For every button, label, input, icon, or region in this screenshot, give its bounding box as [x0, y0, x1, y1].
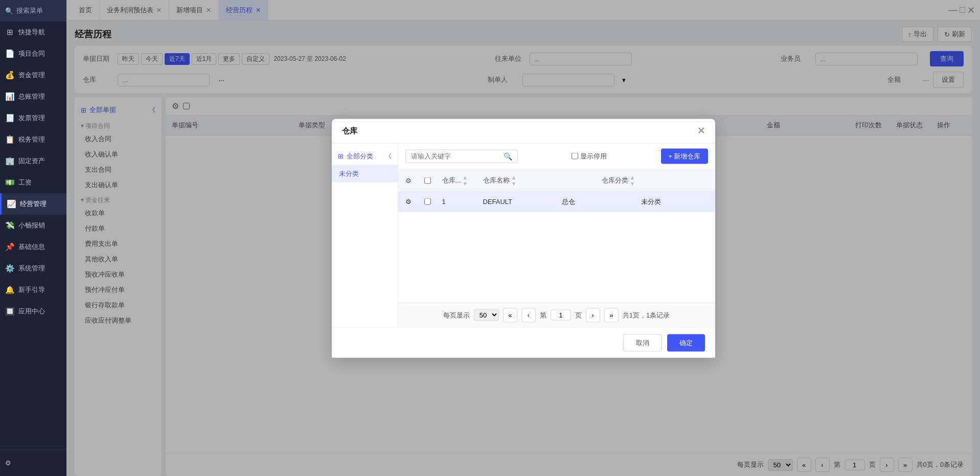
row-gear-icon: ⚙ [405, 198, 412, 206]
business-icon: 📈 [7, 199, 16, 209]
row-category-value: 未分类 [641, 197, 661, 206]
sidebar-item-label: 经营管理 [20, 199, 47, 209]
sidebar-item-label: 工资 [18, 178, 32, 187]
sort-icon-name: ▲▼ [511, 174, 517, 186]
warehouse-modal: 仓库 ✕ ⊞ 全部分类 《 未分类 [332, 119, 715, 357]
sidebar-item-business[interactable]: 📈 经营管理 [0, 193, 66, 215]
modal-page-label: 第 [540, 310, 546, 320]
sidebar-item-expense[interactable]: 💸 小畅报销 [0, 215, 66, 236]
sidebar-item-label: 总账管理 [18, 92, 45, 101]
modal-search-input[interactable] [411, 152, 500, 160]
modal-header: 仓库 ✕ [332, 119, 715, 143]
modal-row-category: 未分类 [636, 192, 715, 211]
sidebar-item-label: 项目合同 [18, 49, 45, 58]
sidebar-item-label: 系统管理 [18, 264, 45, 273]
modal-last-btn[interactable]: » [604, 308, 619, 322]
add-warehouse-button[interactable]: + 新增仓库 [661, 148, 708, 164]
modal-row-name: 总仓 [557, 192, 636, 211]
modal-search-box[interactable]: 🔍 [405, 149, 518, 163]
ledger-icon: 📊 [5, 92, 14, 101]
show-disabled-label[interactable]: 显示停用 [572, 151, 607, 161]
sidebar-settings[interactable]: ⚙ [0, 454, 66, 472]
modal-per-page-label: 每页显示 [443, 310, 470, 320]
row-id-value: 1 [442, 198, 446, 206]
search-icon: 🔍 [5, 7, 13, 15]
sidebar-search[interactable]: 🔍 搜索菜单 [0, 0, 66, 21]
sidebar-item-label: 快捷导航 [18, 28, 45, 37]
modal-body: ⊞ 全部分类 《 未分类 🔍 显 [332, 143, 715, 327]
modal-next-btn[interactable]: › [586, 308, 600, 322]
modal-page-input[interactable] [551, 310, 571, 321]
sidebar-item-label: 新手引导 [18, 285, 45, 294]
sidebar-item-label: 发票管理 [18, 114, 45, 123]
sidebar-item-basic[interactable]: 📌 基础信息 [0, 236, 66, 258]
modal-page-suffix: 页 [575, 310, 582, 320]
sidebar-item-label: 基础信息 [18, 242, 45, 252]
modal-footer: 取消 确定 [332, 327, 715, 357]
modal-total-info: 共1页，1条记录 [623, 310, 670, 320]
modal-row-id: 1 [437, 192, 478, 211]
sidebar-item-label: 应用中心 [18, 307, 45, 316]
modal-per-page-select[interactable]: 50 [474, 309, 499, 321]
confirm-button[interactable]: 确定 [667, 334, 705, 351]
show-disabled-text: 显示停用 [580, 151, 607, 161]
modal-first-btn[interactable]: « [503, 308, 517, 322]
sidebar-item-label: 固定资产 [18, 156, 45, 166]
modal-close-button[interactable]: ✕ [697, 126, 705, 135]
project-icon: 📄 [5, 49, 14, 58]
modal-col-name-label: 仓库名称 [483, 176, 510, 185]
fund-icon: 💰 [5, 71, 14, 80]
sidebar-item-label: 资金管理 [18, 71, 45, 80]
sidebar-item-guide[interactable]: 🔔 新手引导 [0, 279, 66, 301]
modal-row-check[interactable] [419, 192, 437, 211]
sidebar-item-project[interactable]: 📄 项目合同 [0, 43, 66, 64]
sidebar-item-ledger[interactable]: 📊 总账管理 [0, 86, 66, 107]
modal-main: 🔍 显示停用 + 新增仓库 ⚙ [398, 143, 715, 327]
tax-icon: 📋 [5, 135, 14, 144]
modal-sidebar-uncategorized[interactable]: 未分类 [332, 165, 398, 182]
modal-select-all[interactable] [424, 177, 431, 184]
modal-uncategorized-label: 未分类 [339, 169, 359, 177]
basic-icon: 📌 [5, 242, 14, 252]
modal-title: 仓库 [342, 126, 357, 135]
sidebar-bottom: ⚙ [0, 449, 66, 476]
invoice-icon: 🧾 [5, 114, 14, 123]
sidebar-item-salary[interactable]: 💵 工资 [0, 172, 66, 193]
modal-search-icon: 🔍 [504, 152, 512, 160]
modal-collapse-icon[interactable]: 《 [385, 151, 392, 161]
modal-sidebar: ⊞ 全部分类 《 未分类 [332, 143, 398, 327]
sidebar-item-appcenter[interactable]: 🔲 应用中心 [0, 301, 66, 322]
modal-col-id: 仓库... ▲▼ [437, 169, 478, 191]
sort-icon-category: ▲▼ [630, 174, 635, 186]
expense-icon: 💸 [5, 221, 14, 230]
modal-col-category: 仓库分类 ▲▼ [597, 169, 715, 191]
modal-prev-btn[interactable]: ‹ [521, 308, 536, 322]
modal-table-row[interactable]: ⚙ 1 DEFAULT 总仓 [398, 192, 715, 212]
row-name-value: 总仓 [562, 197, 575, 206]
modal-row-checkbox[interactable] [424, 198, 431, 205]
modal-col-gear: ⚙ [398, 169, 419, 191]
sidebar-item-fund[interactable]: 💰 资金管理 [0, 64, 66, 86]
sidebar-item-label: 税务管理 [18, 135, 45, 144]
gear-icon[interactable]: ⚙ [405, 176, 412, 184]
sidebar-item-system[interactable]: ⚙️ 系统管理 [0, 258, 66, 279]
modal-all-label: 全部分类 [347, 151, 373, 161]
settings-icon: ⚙ [5, 459, 11, 467]
modal-sidebar-all[interactable]: ⊞ 全部分类 《 [332, 147, 398, 165]
modal-grid-icon: ⊞ [338, 152, 344, 160]
sidebar-item-quicknav[interactable]: ⊞ 快捷导航 [0, 21, 66, 43]
show-disabled-checkbox[interactable] [572, 153, 578, 160]
quicknav-icon: ⊞ [5, 28, 14, 37]
cancel-button[interactable]: 取消 [623, 334, 662, 351]
sidebar-item-assets[interactable]: 🏢 固定资产 [0, 150, 66, 172]
appcenter-icon: 🔲 [5, 307, 14, 316]
sidebar-item-invoice[interactable]: 🧾 发票管理 [0, 107, 66, 129]
salary-icon: 💵 [5, 178, 14, 187]
modal-table-header: ⚙ 仓库... ▲▼ 仓库名称 ▲▼ [398, 169, 715, 192]
modal-toolbar: 🔍 显示停用 + 新增仓库 [398, 143, 715, 169]
modal-row-gear: ⚙ [398, 192, 419, 211]
modal-col-category-label: 仓库分类 [602, 176, 628, 185]
system-icon: ⚙️ [5, 264, 14, 273]
sidebar: 🔍 搜索菜单 ⊞ 快捷导航 📄 项目合同 💰 资金管理 📊 总账管理 🧾 发票管… [0, 0, 66, 476]
sidebar-item-tax[interactable]: 📋 税务管理 [0, 129, 66, 150]
